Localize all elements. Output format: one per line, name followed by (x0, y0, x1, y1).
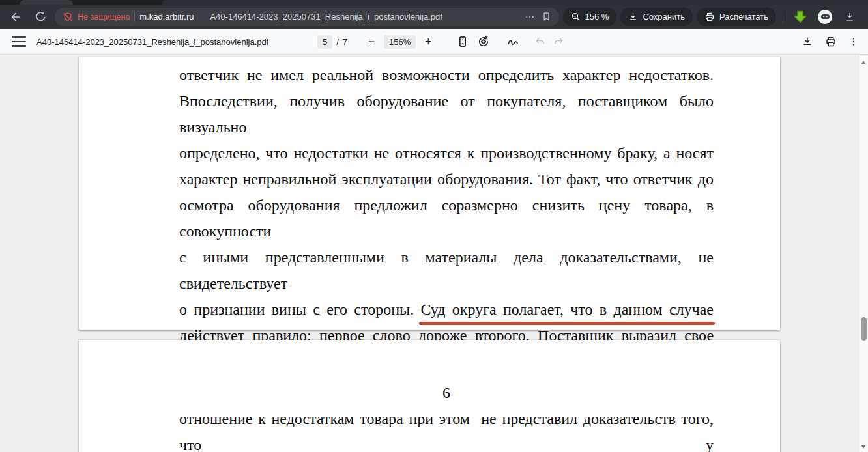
text-segment: характер неправильной эксплуатации обору… (179, 171, 714, 188)
toolbar-divider (783, 11, 783, 23)
zoom-value[interactable]: 156% (384, 35, 416, 49)
scrollbar[interactable] (858, 55, 868, 452)
document-line: с иными представленными в материалы дела… (179, 244, 714, 296)
address-overflow-icon[interactable] (525, 12, 535, 22)
pdf-filename: A40-146414-2023_20250731_Reshenija_i_pos… (36, 29, 268, 55)
back-button[interactable] (5, 7, 26, 27)
tab-band (162, 0, 868, 5)
text-segment: отношение к недостаткам товара при этом … (179, 410, 714, 452)
text-segment: осмотра оборудования предложил соразмерн… (179, 197, 714, 240)
rotate-button[interactable] (477, 35, 490, 48)
redo-icon (553, 36, 564, 48)
bookmark-icon[interactable] (542, 11, 551, 22)
scroll-down-arrow-icon[interactable] (861, 445, 866, 449)
url-host[interactable]: m.kad.arbitr.ru (139, 12, 194, 21)
redo-button[interactable] (553, 36, 564, 48)
print-button-label: Распечатать (719, 12, 768, 21)
document-line: осмотра оборудования предложил соразмерн… (179, 192, 714, 244)
browser-zoom-button[interactable]: 156 % (563, 8, 617, 26)
page-separator: / (336, 37, 339, 47)
save-download-icon (628, 12, 638, 21)
tab-strip (0, 0, 868, 5)
reload-button[interactable] (30, 7, 51, 27)
downloads-icon (844, 11, 856, 23)
more-vertical-icon (848, 36, 859, 48)
fit-page-icon (456, 35, 469, 48)
zoom-out-button[interactable]: − (366, 35, 377, 49)
document-line: определено, что недостатки не относятся … (179, 140, 714, 166)
pdf-download-button[interactable] (802, 36, 813, 48)
squiggle-pen-icon (506, 35, 520, 49)
downloads-button[interactable] (839, 7, 860, 27)
text-segment: ответчик не имел реальной возможности оп… (179, 66, 714, 83)
pdf-more-button[interactable] (848, 36, 859, 48)
scrollbar-thumb[interactable] (861, 317, 867, 341)
red-underline-text: Суд округа полагает, что в данном случае (420, 301, 714, 318)
extension-green-download-button[interactable] (790, 7, 811, 27)
browser-toolbar: Не защищено m.kad.arbitr.ru A40-146414-2… (0, 5, 868, 29)
pdf-printer-icon (825, 36, 837, 48)
save-button-label: Сохранить (643, 12, 685, 21)
security-crossed-shield-icon[interactable] (63, 12, 73, 22)
undo-icon (534, 36, 546, 48)
page-number-input[interactable]: 5 (317, 35, 332, 49)
document-line: характер неправильной эксплуатации обору… (179, 166, 714, 192)
scroll-up-arrow-icon[interactable] (861, 61, 866, 64)
page-number-label: 6 (179, 380, 714, 406)
download-icon (802, 36, 813, 48)
document-line: отношение к недостаткам товара при этом … (179, 406, 714, 452)
text-segment: Впоследствии, получив оборудование от по… (179, 92, 714, 135)
robot-face-icon (818, 10, 832, 24)
menu-button[interactable] (12, 35, 26, 48)
text-segment: определено, что недостатки не относятся … (179, 145, 714, 162)
zoom-in-button[interactable]: + (422, 35, 434, 49)
page-6-text: 6 отношение к недостаткам товара при это… (79, 340, 780, 452)
pdf-page-6: 6 отношение к недостаткам товара при это… (79, 340, 780, 452)
extension-assistant-button[interactable] (815, 7, 835, 27)
active-tab[interactable] (20, 0, 73, 5)
back-icon (9, 10, 22, 23)
pdf-print-button[interactable] (825, 36, 837, 48)
fit-page-button[interactable] (456, 35, 469, 48)
pdf-toolbar: A40-146414-2023_20250731_Reshenija_i_pos… (0, 29, 868, 55)
annotate-button[interactable] (506, 35, 520, 49)
document-line: Впоследствии, получив оборудование от по… (179, 88, 714, 140)
reload-icon (35, 10, 47, 23)
security-label[interactable]: Не защищено (78, 12, 130, 21)
document-line: ответчик не имел реальной возможности оп… (179, 62, 714, 88)
address-bar[interactable]: Не защищено m.kad.arbitr.ru A40-146414-2… (55, 8, 559, 26)
browser-zoom-label: 156 % (585, 12, 609, 21)
pdf-viewer: ответчик не имел реальной возможности оп… (0, 55, 868, 452)
document-line: о признании вины с его стороны. Суд окру… (179, 296, 714, 322)
rotate-icon (477, 35, 490, 48)
pdf-page-5: ответчик не имел реальной возможности оп… (79, 57, 780, 330)
text-segment: с иными представленными в материалы дела… (179, 249, 714, 292)
undo-button[interactable] (534, 36, 546, 48)
magnifier-plus-icon (571, 12, 581, 21)
green-download-arrow-icon (792, 9, 808, 25)
page-title: A40-146414-2023_20250731_Reshenija_i_pos… (210, 12, 519, 21)
page-5-text: ответчик не имел реальной возможности оп… (79, 57, 780, 348)
save-button[interactable]: Сохранить (620, 8, 693, 26)
print-button[interactable]: Распечатать (697, 8, 776, 26)
printer-icon (704, 12, 715, 22)
address-divider (134, 12, 135, 21)
page-total: 7 (343, 37, 347, 47)
text-segment: о признании вины с его стороны. (179, 301, 420, 318)
